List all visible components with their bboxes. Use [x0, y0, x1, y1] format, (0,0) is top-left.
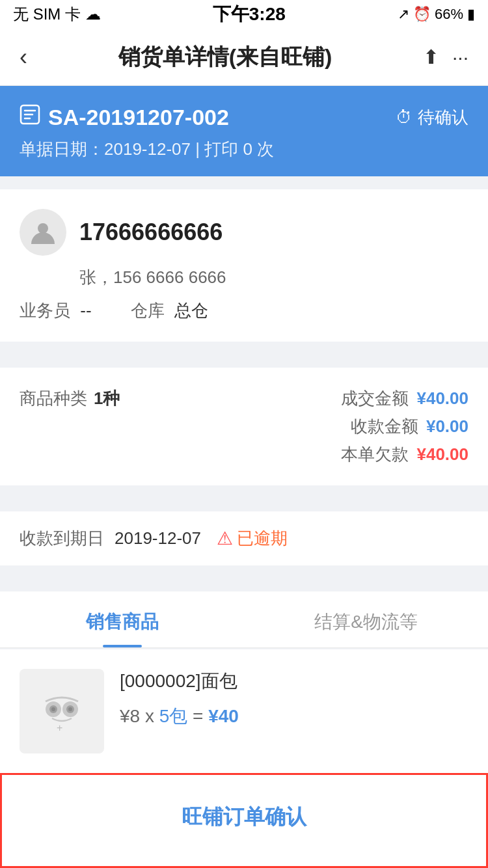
status-time: 下午3:28 [213, 2, 286, 27]
warehouse-label: 仓库 总仓 [131, 299, 208, 322]
salesperson-label: 业务员 -- [20, 299, 92, 322]
divider-1 [0, 342, 488, 355]
product-name: [0000002]面包 [120, 669, 468, 694]
summary-left: 商品种类 1种 [20, 387, 120, 410]
status-bar: 无 SIM 卡 ☁ 下午3:28 ↗ ⏰ 66% ▮ [0, 0, 488, 29]
tab-settlement[interactable]: 结算&物流等 [244, 591, 488, 647]
battery-icon: ▮ [467, 6, 475, 23]
due-date-card: 收款到期日 2019-12-07 ⚠ 已逾期 [0, 511, 488, 565]
product-thumbnail: + [20, 669, 104, 753]
more-icon[interactable]: ··· [452, 46, 468, 68]
confirm-order-button[interactable]: 旺铺订单确认 [21, 788, 467, 847]
status-left: 无 SIM 卡 ☁ [13, 4, 101, 25]
overdue-label: 已逾期 [237, 527, 288, 550]
tab-bar: 销售商品 结算&物流等 [0, 591, 488, 648]
order-header: SA-20191207-002 ⏱ 待确认 单据日期：2019-12-07 | … [0, 86, 488, 176]
divider-3 [0, 565, 488, 578]
order-status: ⏱ 待确认 [396, 106, 468, 129]
confirm-btn-wrap: 旺铺订单确认 [0, 773, 488, 868]
tab-sales-products[interactable]: 销售商品 [0, 591, 244, 647]
clock-icon: ⏱ [396, 107, 413, 128]
svg-point-7 [68, 707, 72, 711]
summary-card: 商品种类 1种 成交金额 ¥40.00 收款金额 ¥0.00 本单欠款 ¥40.… [0, 368, 488, 485]
customer-meta: 业务员 -- 仓库 总仓 [20, 299, 468, 322]
product-info: [0000002]面包 ¥8 x 5包 = ¥40 [120, 669, 468, 729]
due-date-label: 收款到期日 [20, 527, 104, 550]
order-date: 单据日期：2019-12-07 | 打印 0 次 [20, 138, 468, 161]
product-price: ¥8 x 5包 = ¥40 [120, 704, 468, 729]
alarm-icon: ⏰ [413, 6, 431, 23]
customer-card: 17666666666 张，156 6666 6666 业务员 -- 仓库 总仓 [0, 189, 488, 342]
location-icon: ↗ [398, 6, 409, 23]
divider-2 [0, 485, 488, 498]
received-amount-row: 收款金额 ¥0.00 [351, 415, 468, 438]
overdue-badge: ⚠ 已逾期 [217, 527, 288, 550]
owed-amount-row: 本单欠款 ¥40.00 [341, 443, 468, 466]
customer-name: 张，156 6666 6666 [20, 266, 468, 289]
product-section: + [0000002]面包 ¥8 x 5包 = ¥40 [0, 649, 488, 773]
sim-status: 无 SIM 卡 ☁ [13, 4, 101, 25]
back-button[interactable]: ‹ [20, 44, 27, 71]
product-type-row: 商品种类 1种 [20, 387, 120, 410]
warning-icon: ⚠ [217, 528, 233, 549]
summary-right: 成交金额 ¥40.00 收款金额 ¥0.00 本单欠款 ¥40.00 [341, 387, 468, 466]
customer-row: 17666666666 [20, 209, 468, 256]
order-id: SA-20191207-002 [20, 104, 229, 130]
customer-phone: 17666666666 [79, 219, 223, 246]
share-icon[interactable]: ⬆ [423, 46, 439, 68]
deal-amount-row: 成交金额 ¥40.00 [341, 387, 468, 410]
nav-bar: ‹ 销货单详情(来自旺铺) ⬆ ··· [0, 29, 488, 86]
avatar [20, 209, 66, 256]
battery-level: 66% [435, 6, 463, 23]
order-icon [20, 104, 40, 130]
status-right: ↗ ⏰ 66% ▮ [398, 6, 475, 23]
svg-text:+: + [57, 722, 62, 733]
product-item: + [0000002]面包 ¥8 x 5包 = ¥40 [20, 669, 468, 753]
svg-point-1 [38, 223, 48, 234]
order-id-row: SA-20191207-002 ⏱ 待确认 [20, 104, 468, 130]
svg-point-6 [51, 707, 55, 711]
nav-actions: ⬆ ··· [423, 46, 468, 68]
due-date-value: 2019-12-07 [115, 528, 201, 549]
page-title: 销货单详情(来自旺铺) [118, 42, 332, 72]
